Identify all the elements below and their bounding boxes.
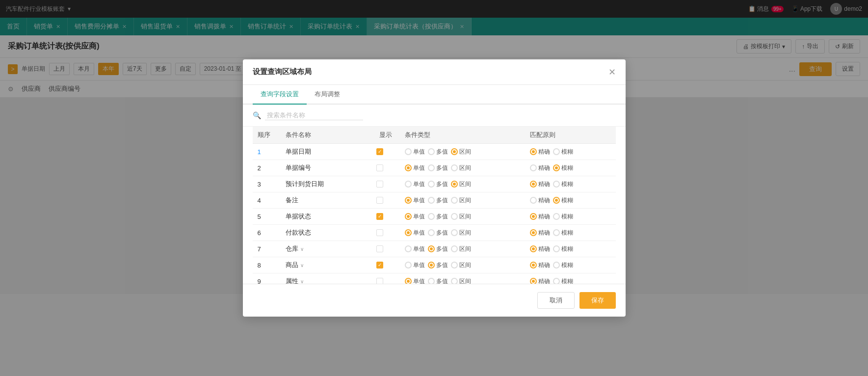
condition-display[interactable]: [371, 225, 400, 241]
type-range-radio[interactable]: 区间: [451, 245, 471, 253]
cancel-button[interactable]: 取消: [537, 292, 575, 294]
radio-single-dot: [405, 148, 412, 155]
chevron-icon: ∨: [300, 263, 304, 268]
conditions-table: 顺序 条件名称 显示 条件类型 匹配原则 1单据日期 单值: [253, 127, 616, 284]
condition-match: 精确 模糊: [525, 257, 616, 273]
dialog-title: 设置查询区域布局: [253, 67, 312, 77]
match-fuzzy-label: 模糊: [561, 213, 573, 221]
type-multi-radio[interactable]: 多值: [428, 180, 448, 188]
radio-range-dot: [451, 213, 458, 220]
type-multi-radio[interactable]: 多值: [428, 213, 448, 221]
type-multi-label: 多值: [436, 229, 448, 237]
tab-field-settings[interactable]: 查询字段设置: [253, 85, 307, 105]
type-single-radio[interactable]: 单值: [405, 213, 425, 221]
radio-multi-dot: [428, 213, 435, 220]
type-range-radio[interactable]: 区间: [451, 261, 471, 269]
tab-layout[interactable]: 布局调整: [307, 85, 348, 105]
chevron-icon: ∨: [300, 279, 304, 284]
condition-display[interactable]: [371, 192, 400, 209]
conditions-table-scroll[interactable]: 顺序 条件名称 显示 条件类型 匹配原则 1单据日期 单值: [253, 127, 616, 284]
type-single-radio[interactable]: 单值: [405, 148, 425, 156]
radio-range-dot: [451, 245, 458, 252]
display-checkbox[interactable]: [376, 197, 383, 204]
radio-single-dot: [405, 278, 412, 284]
condition-display[interactable]: [371, 257, 400, 273]
match-fuzzy-radio[interactable]: 模糊: [553, 277, 573, 284]
condition-display[interactable]: [371, 209, 400, 225]
type-single-radio[interactable]: 单值: [405, 245, 425, 253]
type-single-radio[interactable]: 单值: [405, 164, 425, 172]
match-exact-radio[interactable]: 精确: [530, 245, 550, 253]
match-exact-radio[interactable]: 精确: [530, 277, 550, 284]
condition-name: 单据状态: [281, 209, 371, 225]
type-multi-radio[interactable]: 多值: [428, 148, 448, 156]
type-single-radio[interactable]: 单值: [405, 277, 425, 284]
radio-single-dot: [405, 164, 412, 171]
th-display: 显示: [371, 127, 400, 144]
type-single-radio[interactable]: 单值: [405, 196, 425, 205]
type-range-radio[interactable]: 区间: [451, 229, 471, 237]
type-multi-radio[interactable]: 多值: [428, 245, 448, 253]
match-fuzzy-radio[interactable]: 模糊: [553, 148, 573, 156]
type-multi-radio[interactable]: 多值: [428, 229, 448, 237]
display-checkbox[interactable]: [376, 278, 383, 284]
display-checkbox[interactable]: [376, 164, 383, 171]
type-single-radio[interactable]: 单值: [405, 180, 425, 188]
type-single-radio[interactable]: 单值: [405, 261, 425, 269]
type-range-radio[interactable]: 区间: [451, 148, 471, 156]
type-multi-radio[interactable]: 多值: [428, 261, 448, 269]
type-range-label: 区间: [459, 229, 471, 237]
type-range-label: 区间: [459, 196, 471, 205]
match-fuzzy-radio[interactable]: 模糊: [553, 245, 573, 253]
display-checkbox[interactable]: [376, 148, 383, 155]
modal-overlay: 设置查询区域布局 ✕ 查询字段设置 布局调整 🔍 顺序: [0, 0, 868, 294]
type-range-label: 区间: [459, 213, 471, 221]
display-checkbox[interactable]: [376, 213, 383, 220]
condition-display[interactable]: [371, 160, 400, 176]
match-fuzzy-radio[interactable]: 模糊: [553, 229, 573, 237]
display-checkbox[interactable]: [376, 229, 383, 236]
match-exact-radio[interactable]: 精确: [530, 164, 550, 172]
match-exact-radio[interactable]: 精确: [530, 180, 550, 188]
display-checkbox[interactable]: [376, 245, 383, 252]
match-fuzzy-label: 模糊: [561, 261, 573, 269]
type-single-radio[interactable]: 单值: [405, 229, 425, 237]
type-multi-radio[interactable]: 多值: [428, 277, 448, 284]
display-checkbox[interactable]: [376, 262, 383, 269]
type-single-label: 单值: [413, 196, 425, 205]
match-fuzzy-radio[interactable]: 模糊: [553, 164, 573, 172]
match-fuzzy-radio[interactable]: 模糊: [553, 213, 573, 221]
match-exact-radio[interactable]: 精确: [530, 261, 550, 269]
radio-range-dot: [451, 278, 458, 284]
type-multi-radio[interactable]: 多值: [428, 196, 448, 205]
type-range-radio[interactable]: 区间: [451, 180, 471, 188]
condition-search-input[interactable]: [265, 110, 363, 120]
match-fuzzy-label: 模糊: [561, 196, 573, 205]
condition-display[interactable]: [371, 273, 400, 284]
type-range-radio[interactable]: 区间: [451, 196, 471, 205]
condition-display[interactable]: [371, 144, 400, 160]
match-exact-radio[interactable]: 精确: [530, 196, 550, 205]
type-range-label: 区间: [459, 164, 471, 172]
match-fuzzy-radio[interactable]: 模糊: [553, 180, 573, 188]
display-checkbox[interactable]: [376, 181, 383, 188]
condition-order: 4: [253, 192, 281, 209]
type-range-radio[interactable]: 区间: [451, 277, 471, 284]
radio-range-dot: [451, 181, 458, 188]
type-range-radio[interactable]: 区间: [451, 164, 471, 172]
condition-type: 单值 多值 区间: [400, 209, 525, 225]
match-exact-radio[interactable]: 精确: [530, 148, 550, 156]
match-exact-label: 精确: [538, 277, 550, 284]
match-exact-radio[interactable]: 精确: [530, 213, 550, 221]
save-button[interactable]: 保存: [579, 292, 616, 294]
match-exact-radio[interactable]: 精确: [530, 229, 550, 237]
th-type: 条件类型: [400, 127, 525, 144]
condition-display[interactable]: [371, 241, 400, 257]
dialog-close-button[interactable]: ✕: [608, 68, 616, 77]
type-range-radio[interactable]: 区间: [451, 213, 471, 221]
type-multi-radio[interactable]: 多值: [428, 164, 448, 172]
condition-display[interactable]: [371, 176, 400, 192]
type-multi-label: 多值: [436, 196, 448, 205]
match-fuzzy-radio[interactable]: 模糊: [553, 261, 573, 269]
match-fuzzy-radio[interactable]: 模糊: [553, 196, 573, 205]
